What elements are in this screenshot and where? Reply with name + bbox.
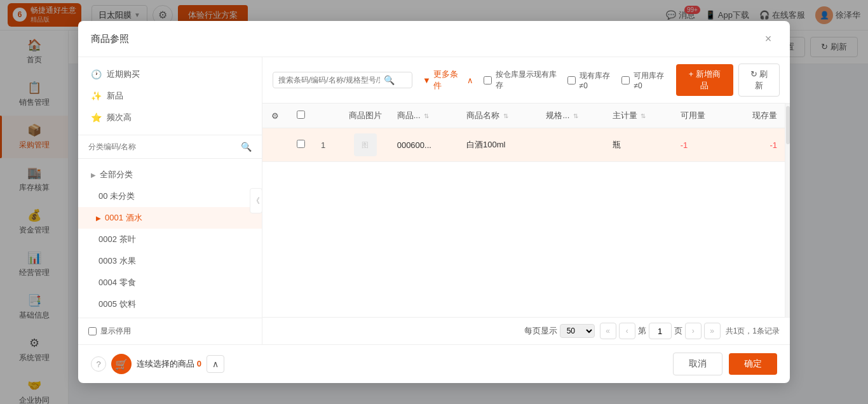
category-00[interactable]: 00 未分类	[78, 185, 262, 207]
category-0003-label: 0003 水果	[98, 255, 136, 267]
modal-close-button[interactable]: ×	[759, 30, 777, 48]
star-icon: ⭐	[91, 112, 102, 123]
td-image: 图	[341, 128, 390, 162]
per-page-label: 每页显示	[524, 325, 557, 337]
th-unit[interactable]: 主计量 ⇅	[605, 104, 673, 128]
category-0002[interactable]: 0002 茶叶	[78, 229, 262, 250]
category-0002-label: 0002 茶叶	[98, 234, 136, 245]
td-rownum: 1	[313, 128, 341, 162]
available-nonzero-checkbox[interactable]	[621, 76, 630, 84]
all-arrow-icon: ▶	[91, 172, 96, 178]
th-spec[interactable]: 规格... ⇅	[538, 104, 604, 128]
product-search-input[interactable]	[278, 76, 380, 84]
scrollbar-thumb	[786, 106, 790, 144]
th-checkbox	[288, 104, 313, 128]
prev-page-button[interactable]: ‹	[619, 323, 635, 339]
filter-button[interactable]: ▼ 更多条件 ∧	[417, 66, 478, 94]
sort-unit-icon[interactable]: ⇅	[641, 112, 646, 119]
th-code[interactable]: 商品... ⇅	[390, 104, 459, 128]
category-all[interactable]: ▶ 全部分类	[78, 164, 262, 185]
per-page-select: 每页显示 50 100 200	[524, 324, 595, 338]
category-0001[interactable]: ▶ 0001 酒水	[78, 207, 262, 229]
last-page-button[interactable]: »	[704, 323, 721, 339]
cart-button[interactable]: 🛒	[111, 354, 132, 374]
category-0004-label: 0004 零食	[98, 277, 136, 288]
stock-nonzero-label: 现有库存≠0	[580, 71, 617, 90]
product-thumbnail: 图	[354, 133, 377, 156]
product-table: ⚙ 商品图片 商品... ⇅	[262, 104, 785, 162]
quick-nav: 🕐 近期购买 ✨ 新品 ⭐ 频次高	[78, 57, 262, 135]
cancel-button[interactable]: 取消	[673, 353, 722, 375]
collapse-up-icon: ∧	[212, 359, 219, 369]
td-checkbox	[288, 128, 313, 162]
product-search-bar: 🔍	[273, 72, 412, 88]
sort-code-icon[interactable]: ⇅	[424, 112, 429, 119]
cart-icon-symbol: 🛒	[115, 358, 128, 370]
collapse-up-button[interactable]: ∧	[207, 355, 224, 373]
table-scrollbar[interactable]	[785, 104, 790, 317]
category-0003[interactable]: 0003 水果	[78, 250, 262, 272]
page-number-input[interactable]	[649, 323, 672, 339]
first-page-button[interactable]: «	[600, 323, 616, 339]
new-products-item[interactable]: ✨ 新品	[78, 85, 262, 107]
new-icon: ✨	[91, 91, 102, 101]
available-nonzero-checkbox-group: 可用库存≠0	[621, 71, 671, 90]
sort-spec-icon[interactable]: ⇅	[573, 112, 578, 119]
sort-name-icon[interactable]: ⇅	[503, 112, 508, 119]
select-all-checkbox[interactable]	[297, 111, 305, 119]
modal-body: 🕐 近期购买 ✨ 新品 ⭐ 频次高 《	[78, 57, 790, 344]
td-settings	[262, 128, 288, 162]
per-page-dropdown[interactable]: 50 100 200	[560, 324, 595, 338]
recent-purchase-item[interactable]: 🕐 近期购买	[78, 64, 262, 85]
category-0004[interactable]: 0004 零食	[78, 272, 262, 293]
collapse-left-button[interactable]: 《	[250, 188, 262, 213]
td-name: 白酒100ml	[459, 128, 538, 162]
table-row[interactable]: 1 图 000600... 白酒100ml 瓶	[262, 128, 785, 162]
filter-arrow-icon: ∧	[467, 76, 473, 85]
footer-right: 取消 确定	[673, 353, 777, 375]
recent-purchase-label: 近期购买	[107, 69, 140, 80]
stock-nonzero-checkbox[interactable]	[567, 76, 576, 84]
modal-title: 商品参照	[91, 33, 129, 45]
th-settings[interactable]: ⚙	[262, 104, 288, 128]
page-navigation: « ‹ 第 页 › »	[600, 323, 721, 339]
td-code: 000600...	[390, 128, 459, 162]
selected-count-text: 连续选择的商品 0	[137, 358, 201, 370]
display-disabled-area: 显示停用	[78, 318, 262, 344]
th-available: 可用量	[673, 104, 729, 128]
display-disabled-checkbox[interactable]	[88, 327, 97, 335]
refresh-modal-button[interactable]: ↻ 刷新	[738, 64, 780, 97]
table-header-row: ⚙ 商品图片 商品... ⇅	[262, 104, 785, 128]
category-all-label: 全部分类	[100, 169, 133, 180]
modal-right-panel: 🔍 ▼ 更多条件 ∧ 按仓库显示现有库存 现有库存≠0	[262, 57, 790, 344]
confirm-button[interactable]: 确定	[729, 353, 777, 375]
row-checkbox[interactable]	[297, 140, 305, 148]
help-button[interactable]: ?	[91, 356, 106, 372]
category-0005-label: 0005 饮料	[98, 299, 136, 310]
product-reference-modal: 商品参照 × 🕐 近期购买 ✨ 新品	[78, 21, 790, 383]
filter-icon: ▼	[423, 76, 431, 85]
td-spec	[538, 128, 604, 162]
display-disabled-label: 显示停用	[100, 326, 131, 337]
page-suffix: 页	[674, 325, 682, 337]
th-stock: 现存量	[729, 104, 785, 128]
category-0005[interactable]: 0005 饮料	[78, 293, 262, 315]
filter-label: 更多条件	[433, 69, 465, 91]
product-search-icon[interactable]: 🔍	[384, 75, 395, 85]
warehouse-checkbox-group: 按仓库显示现有库存	[484, 69, 562, 91]
th-name[interactable]: 商品名称 ⇅	[459, 104, 538, 128]
warehouse-checkbox[interactable]	[484, 76, 492, 84]
add-product-button[interactable]: + 新增商品	[676, 64, 733, 96]
category-search-input[interactable]	[88, 142, 237, 151]
th-image: 商品图片	[341, 104, 390, 128]
page-prefix: 第	[638, 325, 646, 337]
warehouse-checkbox-label: 按仓库显示现有库存	[496, 69, 562, 91]
category-search-icon[interactable]: 🔍	[241, 142, 252, 152]
count-badge: 0	[197, 359, 201, 368]
frequent-item[interactable]: ⭐ 频次高	[78, 107, 262, 128]
modal-footer: ? 🛒 连续选择的商品 0 ∧ 取消 确定	[78, 344, 790, 383]
frequent-label: 频次高	[107, 112, 132, 123]
modal-left-panel: 🕐 近期购买 ✨ 新品 ⭐ 频次高 《	[78, 57, 262, 344]
new-products-label: 新品	[107, 90, 123, 102]
next-page-button[interactable]: ›	[685, 323, 702, 339]
